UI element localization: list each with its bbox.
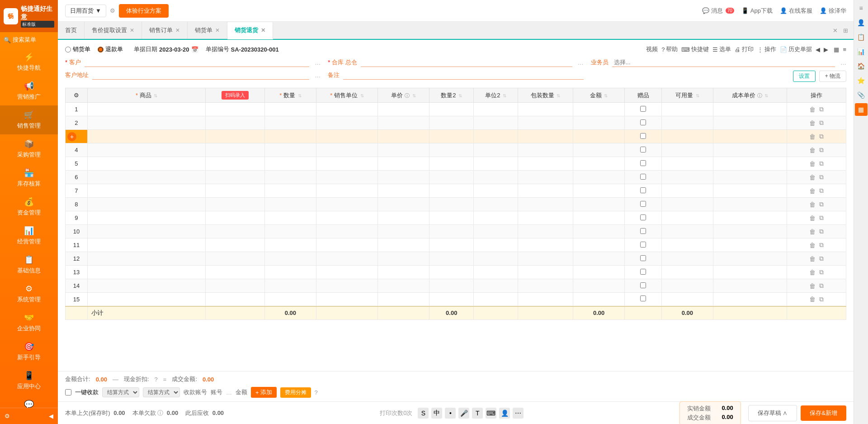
qty-cell[interactable] [264, 116, 316, 130]
gift-checkbox[interactable] [640, 174, 646, 180]
help-btn[interactable]: ? 帮助 [661, 45, 678, 53]
tab-home[interactable]: 首页 [58, 22, 85, 39]
warehouse-dots[interactable]: … [578, 59, 584, 66]
note-input[interactable] [343, 71, 583, 80]
app-download-button[interactable]: 📱 App下载 [741, 7, 773, 15]
staff-dots[interactable]: … [840, 59, 846, 66]
sidebar-item-operations[interactable]: 📊 经营管理 [0, 221, 58, 250]
available-cell[interactable] [661, 103, 713, 116]
delete-icon[interactable]: 🗑 [809, 106, 816, 113]
goods-input[interactable] [90, 133, 203, 140]
qty-cell[interactable] [264, 130, 316, 143]
goods-cell[interactable] [87, 116, 205, 130]
address-input[interactable] [92, 71, 309, 80]
daily-select[interactable]: 日用百货 ▼ [65, 5, 106, 17]
copy-icon[interactable]: ⧉ [819, 255, 824, 262]
sidebar-item-marketing[interactable]: 📢 营销推广 [0, 76, 58, 105]
available-cell[interactable] [661, 130, 713, 143]
goods-sort[interactable]: ⇅ [154, 93, 157, 98]
sidebar-item-inventory[interactable]: 🏪 库存核算 [0, 163, 58, 192]
unit2-sort[interactable]: ⇅ [503, 93, 506, 98]
grid-view-icon[interactable]: ▦ [834, 46, 839, 53]
delete-icon[interactable]: 🗑 [809, 133, 816, 140]
delete-icon[interactable]: 🗑 [809, 147, 816, 154]
copy-icon[interactable]: ⧉ [819, 187, 824, 195]
tab-sales-order[interactable]: 销售订单 ✕ [142, 22, 188, 39]
maximize-icon[interactable]: ⊞ [841, 27, 850, 34]
sidebar-item-finance[interactable]: 💰 资金管理 [0, 192, 58, 221]
cost-help-icon[interactable]: ? [315, 389, 318, 396]
gift-checkbox[interactable] [640, 160, 646, 166]
staff-input[interactable] [612, 58, 835, 67]
sidebar-item-wechat[interactable]: 💬 企业微信 [0, 395, 58, 408]
online-service-button[interactable]: 👤 在线客服 [780, 7, 812, 15]
rs-icon-3[interactable]: 📋 [855, 31, 868, 43]
mic-icon[interactable]: 🎤 [458, 408, 469, 419]
price-cell[interactable] [377, 116, 429, 130]
price-cell[interactable] [377, 103, 429, 116]
qty2-cell[interactable] [429, 103, 474, 116]
video-btn[interactable]: 视频 [646, 45, 658, 53]
sidebar-item-purchase[interactable]: 📦 采购管理 [0, 134, 58, 163]
amount-cell[interactable] [573, 116, 624, 130]
gift-checkbox[interactable] [640, 255, 646, 261]
customer-input[interactable] [85, 58, 310, 67]
copy-icon[interactable]: ⧉ [819, 228, 824, 235]
tab-sales-return[interactable]: 销货退货 ✕ [227, 22, 273, 39]
sidebar-item-apps[interactable]: 📱 应用中心 [0, 366, 58, 395]
question-icon[interactable]: ? [155, 376, 158, 383]
logistics-button[interactable]: + 物流 [819, 71, 846, 82]
gift-checkbox[interactable] [640, 187, 646, 193]
unit2-cell[interactable] [474, 103, 518, 116]
qty-cell[interactable] [264, 103, 316, 116]
qty2-sort[interactable]: ⇅ [458, 93, 462, 98]
copy-icon[interactable]: ⧉ [819, 146, 824, 154]
unit-cell[interactable] [316, 116, 378, 130]
available-sort[interactable]: ⇅ [696, 93, 699, 98]
tab-close-icon[interactable]: ✕ [261, 27, 265, 33]
gift-checkbox[interactable] [640, 269, 646, 275]
delete-icon[interactable]: 🗑 [809, 160, 816, 167]
rs-icon-1[interactable]: ≡ [855, 2, 868, 14]
cost-sort[interactable]: ⇅ [764, 93, 768, 98]
save-draft-button[interactable]: 保存草稿 ∧ [748, 405, 797, 421]
tab-close-icon[interactable]: ✕ [215, 27, 220, 33]
gift-cell[interactable] [625, 116, 662, 130]
copy-icon[interactable]: ⧉ [819, 119, 824, 127]
amount-cell[interactable] [573, 130, 624, 143]
qty-sort[interactable]: ⇅ [298, 93, 302, 98]
delete-icon[interactable]: 🗑 [809, 228, 816, 235]
person-icon[interactable]: 👤 [499, 408, 510, 419]
save-new-button[interactable]: 保存&新增 [801, 405, 846, 421]
dots-icon[interactable]: ⋯ [513, 408, 524, 419]
message-button[interactable]: 💬 消息 70 [702, 7, 734, 15]
cost-split-button[interactable]: 费用分摊 [280, 387, 311, 398]
collapse-icon[interactable]: ◀ [49, 413, 53, 419]
rs-icon-4[interactable]: 📊 [855, 45, 868, 58]
tab-price-settings[interactable]: 售价提取设置 ✕ [85, 22, 142, 39]
pkg-sort[interactable]: ⇅ [557, 93, 560, 98]
rs-icon-8[interactable]: ▦ [855, 103, 868, 116]
ime-icon1[interactable]: 中 [431, 408, 442, 419]
unit2-cell[interactable] [474, 130, 518, 143]
experience-button[interactable]: 体验行业方案 [119, 4, 169, 18]
gift-checkbox[interactable] [640, 147, 646, 152]
sidebar-item-shortcut[interactable]: ⚡ 快捷导航 [0, 48, 58, 76]
customer-dots[interactable]: … [315, 59, 321, 66]
copy-icon[interactable]: ⧉ [819, 160, 824, 167]
shortcut-btn[interactable]: ⌨ 快捷键 [681, 45, 709, 53]
tab-sales-delivery[interactable]: 销货单 ✕ [188, 22, 227, 39]
radio-sales[interactable]: 销货单 [65, 45, 90, 53]
delete-icon[interactable]: 🗑 [809, 282, 816, 290]
qty2-cell[interactable] [429, 116, 474, 130]
gift-cell[interactable] [625, 130, 662, 143]
account-dots[interactable]: … [226, 389, 232, 396]
amount-cell[interactable] [573, 103, 624, 116]
gift-checkbox[interactable] [640, 201, 646, 207]
keyboard-icon[interactable]: ⌨ [486, 408, 496, 419]
nav-prev-btn[interactable]: ◀ [816, 46, 820, 53]
translate-icon[interactable]: T [472, 408, 483, 419]
settlement-select[interactable]: 结算方式 [102, 387, 139, 397]
history-btn[interactable]: 📄 历史单据 [780, 45, 812, 53]
gift-checkbox[interactable] [640, 282, 646, 288]
